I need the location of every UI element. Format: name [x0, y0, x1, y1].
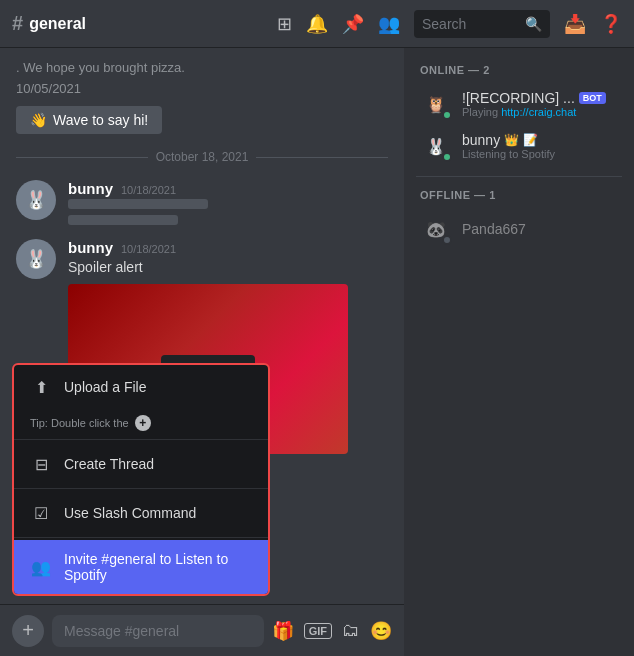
popup-spotify-label: Invite #general to Listen to Spotify [64, 551, 252, 583]
bot-username: ![RECORDING] ... BOT [462, 90, 606, 106]
avatar-2: 🐰 [16, 239, 56, 279]
redacted-line-2 [68, 215, 178, 225]
message-input[interactable] [52, 615, 264, 647]
top-bar: # general ⊞ 🔔 📌 👥 🔍 📥 ❓ [0, 0, 634, 48]
wave-label: Wave to say hi! [53, 112, 148, 128]
top-bar-icons: ⊞ 🔔 📌 👥 🔍 📥 ❓ [277, 10, 622, 38]
message-timestamp: 10/18/2021 [121, 184, 176, 196]
popup-slash-label: Use Slash Command [64, 505, 196, 521]
sidebar: ONLINE — 2 🦉 ![RECORDING] ... BOT Playin… [404, 48, 634, 656]
system-message: . We hope you brought pizza. 10/05/2021 … [16, 60, 388, 134]
popup-thread-item[interactable]: ⊟ Create Thread [14, 442, 268, 486]
wave-emoji: 👋 [30, 112, 47, 128]
channel-header: # general [12, 12, 86, 35]
popup-divider-2 [14, 488, 268, 489]
bunny-avatar-wrap: 🐰 [420, 130, 452, 162]
sidebar-user-panda[interactable]: 🐼 Panda667 [412, 209, 626, 249]
chat-area: . We hope you brought pizza. 10/05/2021 … [0, 48, 404, 656]
hash-grid-icon[interactable]: ⊞ [277, 13, 292, 35]
system-text: . We hope you brought pizza. [16, 60, 388, 75]
bottom-icons: 🎁 GIF 🗂 😊 [272, 620, 392, 642]
channel-hash-icon: # [12, 12, 23, 35]
popup-divider [14, 439, 268, 440]
crown-icon: 👑 [504, 133, 519, 147]
help-icon[interactable]: ❓ [600, 13, 622, 35]
sticker-icon[interactable]: 🗂 [342, 620, 360, 641]
plus-circle-icon: + [135, 415, 151, 431]
panda-avatar-wrap: 🐼 [420, 213, 452, 245]
wave-button[interactable]: 👋 Wave to say hi! [16, 106, 162, 134]
popup-upload-item[interactable]: ⬆ Upload a File [14, 365, 268, 409]
bot-badge: BOT [579, 92, 606, 104]
popup-slash-item[interactable]: ☑ Use Slash Command [14, 491, 268, 535]
user-avatar-wrap: 🦉 [420, 88, 452, 120]
avatar: 🐰 [16, 180, 56, 220]
channel-name: general [29, 15, 86, 33]
upload-icon: ⬆ [30, 376, 52, 398]
message-group: 🐰 bunny 10/18/2021 [16, 180, 388, 231]
message-text: Spoiler alert [68, 258, 348, 278]
spotify-note-icon: 📝 [523, 133, 538, 147]
inbox-icon[interactable]: 📥 [564, 13, 586, 35]
main-layout: . We hope you brought pizza. 10/05/2021 … [0, 48, 634, 656]
search-input[interactable] [422, 16, 519, 32]
search-icon: 🔍 [525, 16, 542, 32]
emoji-icon[interactable]: 😊 [370, 620, 392, 642]
bot-status: Playing http://craig.chat [462, 106, 602, 118]
thread-icon: ⊟ [30, 453, 52, 475]
panda-info: Panda667 [462, 221, 526, 237]
sidebar-user-bunny[interactable]: 🐰 bunny 👑 📝 Listening to Spotify [412, 126, 626, 166]
user-info: ![RECORDING] ... BOT Playing http://crai… [462, 90, 606, 118]
bell-icon[interactable]: 🔔 [306, 13, 328, 35]
gift-icon[interactable]: 🎁 [272, 620, 294, 642]
slash-icon: ☑ [30, 502, 52, 524]
sidebar-separator [416, 176, 622, 177]
members-icon[interactable]: 👥 [378, 13, 400, 35]
redacted-line [68, 199, 208, 209]
tip-text: Tip: Double click the [30, 417, 129, 429]
system-timestamp: 10/05/2021 [16, 81, 388, 96]
bunny-status: Listening to Spotify [462, 148, 555, 160]
spotify-icon: 👥 [30, 556, 52, 578]
bottom-bar: + 🎁 GIF 🗂 😊 [0, 604, 404, 656]
message-content: bunny 10/18/2021 [68, 180, 208, 231]
bunny-status-dot [442, 152, 452, 162]
message-timestamp-2: 10/18/2021 [121, 243, 176, 255]
pin-icon[interactable]: 📌 [342, 13, 364, 35]
popup-divider-3 [14, 537, 268, 538]
date-divider: October 18, 2021 [16, 150, 388, 164]
popup-menu: ⬆ Upload a File Tip: Double click the + … [12, 363, 270, 596]
bot-status-link[interactable]: http://craig.chat [501, 106, 576, 118]
offline-header: OFFLINE — 1 [412, 185, 626, 205]
bunny-username: bunny 👑 📝 [462, 132, 555, 148]
message-username: bunny [68, 180, 113, 197]
bunny-info: bunny 👑 📝 Listening to Spotify [462, 132, 555, 160]
sidebar-user-bot[interactable]: 🦉 ![RECORDING] ... BOT Playing http://cr… [412, 84, 626, 124]
gif-button[interactable]: GIF [304, 623, 332, 639]
search-bar[interactable]: 🔍 [414, 10, 550, 38]
popup-thread-label: Create Thread [64, 456, 154, 472]
add-content-button[interactable]: + [12, 615, 44, 647]
popup-tip: Tip: Double click the + [14, 409, 268, 437]
status-dot [442, 110, 452, 120]
online-header: ONLINE — 2 [412, 60, 626, 80]
popup-spotify-item[interactable]: 👥 Invite #general to Listen to Spotify [14, 540, 268, 594]
message-username-2: bunny [68, 239, 113, 256]
popup-upload-label: Upload a File [64, 379, 147, 395]
panda-status-dot [442, 235, 452, 245]
panda-username: Panda667 [462, 221, 526, 237]
